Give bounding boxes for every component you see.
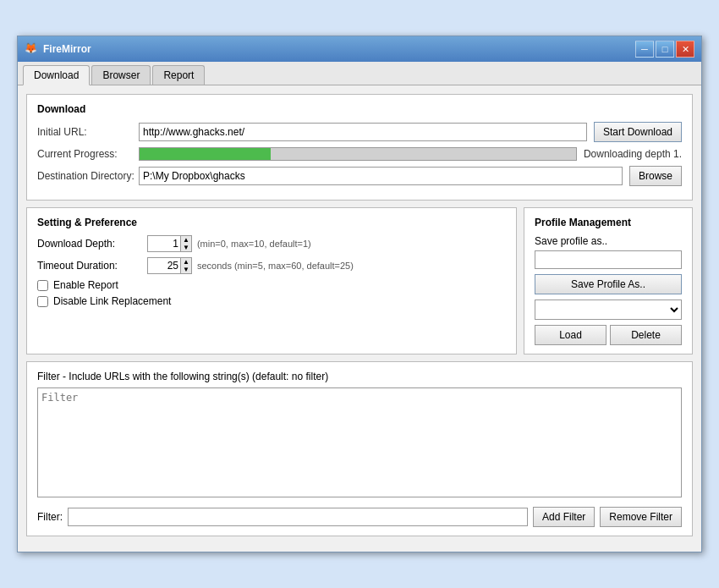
progress-status: Downloading depth 1.	[584, 148, 682, 160]
timeout-up[interactable]: ▲	[181, 258, 191, 266]
settings-title: Setting & Preference	[37, 217, 506, 228]
progress-fill	[140, 148, 271, 160]
app-icon: 🦊	[25, 42, 38, 56]
destination-row: Destination Directory: Browse	[37, 166, 682, 186]
profile-section: Profile Management Save profile as.. Sav…	[524, 207, 693, 354]
download-depth-down[interactable]: ▼	[181, 244, 191, 251]
save-profile-input[interactable]	[535, 250, 682, 269]
main-content: Download Initial URL: Start Download Cur…	[18, 85, 701, 552]
add-filter-button[interactable]: Add Filter	[533, 507, 595, 527]
start-download-button[interactable]: Start Download	[594, 122, 682, 142]
tab-download[interactable]: Download	[23, 65, 90, 85]
browse-button[interactable]: Browse	[629, 166, 682, 186]
enable-report-checkbox[interactable]	[37, 280, 48, 291]
timeout-label: Timeout Duration:	[37, 260, 147, 272]
save-profile-label: Save profile as..	[535, 235, 682, 247]
enable-report-label: Enable Report	[53, 279, 118, 291]
initial-url-row: Initial URL: Start Download	[37, 122, 682, 142]
title-bar: 🦊 FireMirror ─ □ ✕	[18, 36, 701, 62]
title-buttons: ─ □ ✕	[635, 41, 694, 58]
timeout-row: Timeout Duration: ▲ ▼ seconds (min=5, ma…	[37, 257, 506, 274]
maximize-button[interactable]: □	[656, 41, 674, 58]
download-depth-input[interactable]	[147, 235, 181, 252]
close-button[interactable]: ✕	[676, 41, 694, 58]
download-depth-label: Download Depth:	[37, 238, 147, 250]
filter-textarea[interactable]	[37, 387, 682, 497]
profile-dropdown[interactable]	[535, 299, 682, 320]
disable-link-label: Disable Link Replacement	[53, 295, 171, 307]
download-section-title: Download	[37, 103, 682, 115]
filter-section: Filter - Include URLs with the following…	[26, 361, 693, 536]
download-depth-hint: (min=0, max=10, default=1)	[197, 239, 311, 249]
filter-input[interactable]	[68, 508, 528, 526]
load-profile-button[interactable]: Load	[535, 325, 606, 345]
window-title: FireMirror	[43, 43, 91, 55]
delete-profile-button[interactable]: Delete	[610, 325, 682, 345]
filter-title: Filter - Include URLs with the following…	[37, 371, 682, 382]
profile-actions: Load Delete	[535, 325, 682, 345]
progress-label: Current Progress:	[37, 148, 139, 160]
download-section: Download Initial URL: Start Download Cur…	[26, 94, 693, 201]
timeout-hint: seconds (min=5, max=60, default=25)	[197, 261, 354, 271]
download-depth-row: Download Depth: ▲ ▼ (min=0, max=10, defa…	[37, 235, 506, 252]
download-depth-up[interactable]: ▲	[181, 236, 191, 244]
tab-bar: Download Browser Report	[18, 62, 701, 85]
timeout-down[interactable]: ▼	[181, 266, 191, 273]
profile-section-title: Profile Management	[535, 217, 682, 228]
enable-report-row: Enable Report	[37, 279, 506, 291]
minimize-button[interactable]: ─	[635, 41, 654, 58]
timeout-spinner[interactable]: ▲ ▼	[181, 257, 192, 274]
settings-section: Setting & Preference Download Depth: ▲ ▼…	[26, 207, 517, 354]
tab-report[interactable]: Report	[152, 65, 205, 85]
filter-row: Filter: Add Filter Remove Filter	[37, 507, 682, 527]
progress-row: Current Progress: Downloading depth 1.	[37, 147, 682, 161]
destination-input[interactable]	[139, 167, 623, 185]
filter-label: Filter:	[37, 511, 63, 523]
tab-browser[interactable]: Browser	[91, 65, 151, 85]
destination-label: Destination Directory:	[37, 170, 139, 182]
disable-link-checkbox[interactable]	[37, 296, 48, 307]
initial-url-label: Initial URL:	[37, 126, 139, 138]
title-bar-left: 🦊 FireMirror	[25, 42, 91, 56]
main-window: 🦊 FireMirror ─ □ ✕ Download Browser Repo…	[17, 36, 702, 552]
progress-bar	[139, 147, 577, 161]
download-depth-spinner[interactable]: ▲ ▼	[181, 235, 192, 252]
initial-url-input[interactable]	[139, 123, 587, 141]
save-profile-button[interactable]: Save Profile As..	[535, 274, 682, 294]
remove-filter-button[interactable]: Remove Filter	[600, 507, 682, 527]
settings-profile-row: Setting & Preference Download Depth: ▲ ▼…	[26, 207, 693, 354]
disable-link-row: Disable Link Replacement	[37, 295, 506, 307]
timeout-input[interactable]	[147, 257, 181, 274]
